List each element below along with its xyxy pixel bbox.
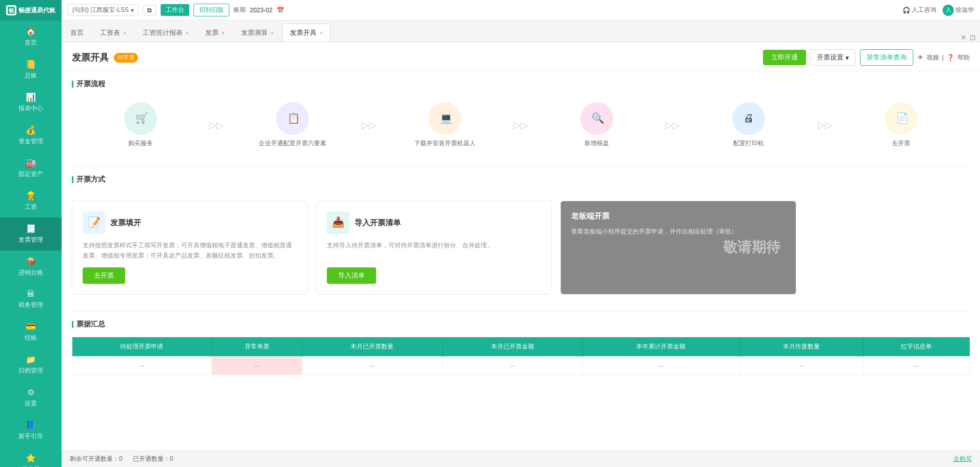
sidebar-item-settings[interactable]: ⚙ 设置 xyxy=(0,381,62,414)
svg-text:📥: 📥 xyxy=(332,216,345,228)
step-printer: 🖨 配置打印机 xyxy=(680,102,817,148)
tab-close-icon[interactable]: × xyxy=(186,30,189,36)
tab-invoice-issue[interactable]: 发票开具 × xyxy=(282,24,330,42)
cell-2: -- xyxy=(302,356,442,375)
sidebar-item-label: 固定资产 xyxy=(18,170,43,179)
cell-1: -- xyxy=(212,356,302,375)
step-config: 📋 企业开通配置开票六要素 xyxy=(224,102,361,148)
sidebar-item-funds[interactable]: 💰 资金管理 xyxy=(0,119,62,152)
tab-home[interactable]: 首页 xyxy=(63,24,91,42)
logo-icon: 畅 xyxy=(6,5,16,15)
close-tab-icon[interactable]: ✕ xyxy=(961,33,967,42)
workbench-button[interactable]: 工作台 xyxy=(161,4,189,16)
sidebar-item-assets[interactable]: 🏭 固定资产 xyxy=(0,152,62,185)
card3-title: 老板端开票 xyxy=(571,211,786,221)
open-settings-button[interactable]: 开票设置 ▾ xyxy=(810,49,856,66)
topbar-right: 🎧 人工咨询 人 徐溢华 xyxy=(903,5,974,16)
dropdown-icon: ▾ xyxy=(846,54,849,62)
process-steps: 🛒 购买服务 ▷▷ 📋 企业开通配置开票六要素 ▷▷ 💻 下载并安装 xyxy=(72,97,970,158)
tab-payroll[interactable]: 工资表 × xyxy=(92,24,134,42)
step-icon-taxdisk: 🔍 xyxy=(580,102,613,135)
old-version-button[interactable]: 切到旧版 xyxy=(193,4,229,16)
col-header-4: 本年累计开票金额 xyxy=(582,337,739,357)
funds-icon: 💰 xyxy=(26,125,36,135)
cell-4: -- xyxy=(582,356,739,375)
tab-label: 首页 xyxy=(70,28,84,37)
tab-label: 工资表 xyxy=(100,28,120,37)
checkout-icon: 💳 xyxy=(26,322,36,332)
tab-payroll-report[interactable]: 工资统计报表 × xyxy=(135,24,197,42)
immediate-open-button[interactable]: 立即开通 xyxy=(763,50,806,65)
card2-btn[interactable]: 导入清单 xyxy=(327,267,376,284)
buy-link[interactable]: 去购买 xyxy=(953,455,972,463)
sidebar-item-label: 税务管理 xyxy=(18,301,43,309)
sidebar-item-label: 首页 xyxy=(25,38,37,47)
topbar: (勾到) 江西服宝-LSS ▾ ⧉ 工作台 切到旧版 账期 2023-02 📅 … xyxy=(62,0,980,21)
col-header-3: 本月已开票金额 xyxy=(442,337,582,357)
abnormal-list-button[interactable]: 异常清单查询 xyxy=(860,49,913,66)
cell-3: -- xyxy=(442,356,582,375)
service-button[interactable]: 🎧 人工咨询 xyxy=(903,6,936,14)
company-selector[interactable]: (勾到) 江西服宝-LSS ▾ xyxy=(68,4,139,16)
cell-0: -- xyxy=(72,356,212,375)
sidebar-item-purchase[interactable]: 📦 进销台账 xyxy=(0,250,62,283)
user-menu[interactable]: 人 徐溢华 xyxy=(943,5,974,16)
tab-invoice[interactable]: 发票 × xyxy=(198,24,232,42)
card1-btn[interactable]: 去开票 xyxy=(83,267,125,284)
period-edit-icon[interactable]: 📅 xyxy=(277,7,284,14)
archive-icon: 📁 xyxy=(26,355,36,364)
step-label-printer: 配置打印机 xyxy=(733,139,764,148)
sidebar-item-reports[interactable]: 📊 报表中心 xyxy=(0,86,62,119)
col-header-0: 待处理开票申请 xyxy=(72,337,212,357)
sidebar-item-invoice[interactable]: 🧾 发票管理 xyxy=(0,218,62,250)
sidebar-item-vip[interactable]: ⭐ 畅会员 xyxy=(0,447,62,467)
remaining-label: 剩余可开通数量：0 xyxy=(70,455,123,463)
summary-tbody: -- -- -- -- -- -- -- xyxy=(72,356,970,375)
restore-tab-icon[interactable]: ⊡ xyxy=(970,33,976,42)
card1-title: 发票填开 xyxy=(110,218,141,228)
company-dropdown-icon: ▾ xyxy=(131,7,134,14)
step-label-issue: 去开票 xyxy=(892,139,910,148)
sidebar-item-checkout[interactable]: 💳 结账 xyxy=(0,316,62,348)
period-value: 2023-02 xyxy=(250,7,272,14)
sidebar-item-home[interactable]: 🏠 首页 xyxy=(0,21,62,53)
tabbar: 首页 工资表 × 工资统计报表 × 发票 × 发票测算 × 发票开具 × ✕ ⊡ xyxy=(62,21,980,42)
tab-close-icon[interactable]: × xyxy=(123,30,126,36)
tab-close-icon[interactable]: × xyxy=(320,30,323,36)
step-icon-config: 📋 xyxy=(276,102,309,135)
tab-close-icon[interactable]: × xyxy=(271,30,274,36)
arrow-4: ▷▷ xyxy=(665,120,680,131)
status-bar: 剩余可开通数量：0 已开通数量：0 去购买 xyxy=(62,451,980,467)
tax-icon: 🏛 xyxy=(27,289,35,299)
app-logo: 畅 畅捷通易代账 xyxy=(0,0,62,21)
card1-header: 📝 发票填开 xyxy=(83,211,297,234)
invoice-icon: 🧾 xyxy=(26,224,36,233)
sidebar-item-archive[interactable]: 📁 归档管理 xyxy=(0,348,62,381)
ledger-icon: 📒 xyxy=(26,60,36,69)
step-label-buy: 购买服务 xyxy=(128,139,153,148)
sidebar-item-label: 畅会员 xyxy=(22,465,40,467)
sidebar-item-payroll[interactable]: 👷 工资 xyxy=(0,185,62,218)
copy-button[interactable]: ⧉ xyxy=(143,5,156,15)
sidebar-item-guide[interactable]: 📘 新手引导 xyxy=(0,414,62,447)
tab-close-icon[interactable]: × xyxy=(222,30,225,36)
sidebar-item-tax[interactable]: 🏛 税务管理 xyxy=(0,283,62,316)
logo-text: 畅捷通易代账 xyxy=(18,6,55,15)
cell-5: -- xyxy=(739,356,863,375)
svg-text:畅: 畅 xyxy=(9,8,14,13)
tab-label: 发票开具 xyxy=(290,28,317,37)
step-issue: 📄 去开票 xyxy=(832,102,970,148)
svg-text:📄: 📄 xyxy=(896,112,909,124)
process-title: 开票流程 xyxy=(72,80,970,89)
sidebar: 畅 畅捷通易代账 🏠 首页 📒 总账 📊 报表中心 💰 资金管理 🏭 固定资产 … xyxy=(0,0,62,467)
step-icon-issue: 📄 xyxy=(885,102,917,135)
svg-text:💻: 💻 xyxy=(440,112,453,124)
sidebar-item-ledger[interactable]: 📒 总账 xyxy=(0,53,62,86)
card2-title: 导入开票清单 xyxy=(355,218,401,228)
step-label-config: 企业开通配置开票六要素 xyxy=(259,139,326,148)
settings-icon: ⚙ xyxy=(27,387,34,397)
card2-icon: 📥 xyxy=(327,211,349,234)
sidebar-item-label: 发票管理 xyxy=(18,236,43,244)
svg-text:📋: 📋 xyxy=(287,112,300,124)
tab-invoice-calc[interactable]: 发票测算 × xyxy=(233,24,282,42)
